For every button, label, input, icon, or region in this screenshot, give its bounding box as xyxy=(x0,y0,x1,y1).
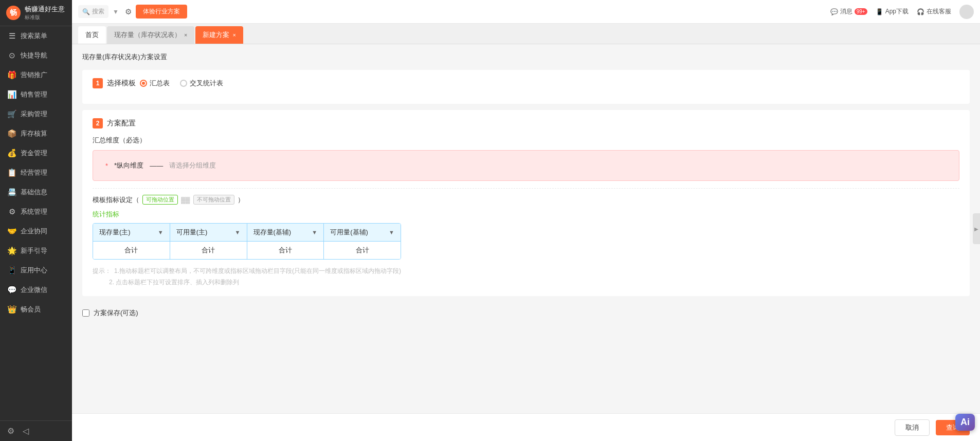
stats-col-1[interactable]: 可用量(主) ▼ xyxy=(170,224,247,241)
messages-item[interactable]: 💬 消息 99+ xyxy=(830,7,867,16)
sidebar-label-cooperation: 企业协同 xyxy=(21,227,47,236)
finance-icon: 💰 xyxy=(7,149,16,158)
stats-table-row: 合计 合计 合计 合计 xyxy=(93,241,401,259)
stats-col-1-label: 可用量(主) xyxy=(176,228,208,237)
col-chevron-2[interactable]: ▼ xyxy=(312,229,317,235)
col-chevron-1[interactable]: ▼ xyxy=(235,229,241,235)
sidebar-item-basic-info[interactable]: 📇 基础信息 xyxy=(0,182,72,202)
quick-nav-icon: ⊙ xyxy=(7,51,16,60)
ai-badge[interactable]: Ai xyxy=(955,414,975,431)
cancel-button[interactable]: 取消 xyxy=(895,419,930,436)
save-label: 方案保存(可选) xyxy=(94,308,138,318)
search-box[interactable]: 🔍 搜索 xyxy=(78,5,108,18)
sidebar-item-marketing[interactable]: 🎁 营销推广 xyxy=(0,65,72,85)
tab-new-plan[interactable]: 新建方案 × xyxy=(195,26,243,44)
sidebar-label-finance: 资金管理 xyxy=(21,149,47,158)
tip-item-0: 1.拖动标题栏可以调整布局，不可跨维度或指标区域拖动栏目字段(只能在同一维度或指… xyxy=(114,266,401,277)
basic-info-icon: 📇 xyxy=(7,188,16,197)
sidebar-item-quick-nav[interactable]: ⊙ 快捷导航 xyxy=(0,46,72,65)
sidebar-item-wechat[interactable]: 💬 企业微信 xyxy=(0,280,72,300)
purchase-icon: 🛒 xyxy=(7,109,16,119)
save-checkbox[interactable] xyxy=(82,309,89,317)
sidebar-label-wechat: 企业微信 xyxy=(21,285,47,295)
radio-summary-circle xyxy=(140,80,147,87)
sidebar-item-finance[interactable]: 💰 资金管理 xyxy=(0,143,72,163)
footer-bar: 取消 查询 xyxy=(72,413,980,441)
sidebar-label-quick-nav: 快捷导航 xyxy=(21,51,47,60)
tab-inventory-label: 现存量（库存状况表） xyxy=(114,30,181,40)
tab-new-plan-close-icon[interactable]: × xyxy=(232,32,235,38)
radio-cross-circle xyxy=(180,80,187,87)
divider1 xyxy=(93,188,959,189)
message-icon: 💬 xyxy=(830,8,838,15)
col-chevron-0[interactable]: ▼ xyxy=(158,229,164,235)
dimension-box[interactable]: * *纵向维度 —— 请选择分组维度 xyxy=(93,150,959,181)
dimension-dash: —— xyxy=(150,162,163,170)
system-icon: ⚙ xyxy=(7,207,16,216)
template-radio-group: 汇总表 交叉统计表 xyxy=(140,79,223,88)
tab-bar: 首页 现存量（库存状况表） × 新建方案 × xyxy=(72,24,980,44)
sidebar-item-search[interactable]: ☰ 搜索菜单 xyxy=(0,26,72,46)
tab-inventory-status[interactable]: 现存量（库存状况表） × xyxy=(107,26,194,44)
col-chevron-3[interactable]: ▼ xyxy=(389,229,394,235)
settings-icon[interactable]: ⚙ xyxy=(7,426,14,436)
topbar-right: 💬 消息 99+ 📱 App下载 🎧 在线客服 xyxy=(830,5,974,19)
indicator-label-suffix: ） xyxy=(238,195,244,205)
trial-button[interactable]: 体验行业方案 xyxy=(136,5,187,19)
tab-inventory-close-icon[interactable]: × xyxy=(184,32,187,38)
stats-col-3-label: 可用量(基辅) xyxy=(330,228,368,237)
messages-label: 消息 xyxy=(840,7,852,16)
sidebar-item-apps[interactable]: 📱 应用中心 xyxy=(0,261,72,280)
indicator-settings-label: 模板指标设定（ 可拖动位置 ▓▓ 不可拖动位置 ） xyxy=(93,195,959,205)
stats-col-0[interactable]: 现存量(主) ▼ xyxy=(93,224,170,241)
stats-col-0-label: 现存量(主) xyxy=(99,228,131,237)
sidebar-item-sales[interactable]: 📊 销售管理 xyxy=(0,85,72,104)
sidebar-item-operations[interactable]: 📋 经营管理 xyxy=(0,163,72,182)
stats-col-2[interactable]: 现存量(基辅) ▼ xyxy=(247,224,324,241)
sidebar-item-member[interactable]: 👑 畅会员 xyxy=(0,300,72,319)
gear-icon[interactable]: ⚙ xyxy=(125,7,132,16)
stats-cell-1: 合计 xyxy=(170,242,247,259)
right-edge-toggle[interactable]: ▶ xyxy=(973,213,980,244)
app-download-item[interactable]: 📱 App下载 xyxy=(876,7,909,16)
statistics-table: 现存量(主) ▼ 可用量(主) ▼ 现存量(基辅) ▼ xyxy=(93,223,401,260)
online-service-item[interactable]: 🎧 在线客服 xyxy=(917,7,951,16)
search-chevron-icon[interactable]: ▼ xyxy=(113,8,119,15)
sidebar-label-search: 搜索菜单 xyxy=(21,31,47,41)
stats-cell-0: 合计 xyxy=(93,242,170,259)
radio-cross[interactable]: 交叉统计表 xyxy=(180,79,223,88)
cooperation-icon: 🤝 xyxy=(7,227,16,236)
sidebar-item-purchase[interactable]: 🛒 采购管理 xyxy=(0,104,72,124)
headset-icon: 🎧 xyxy=(917,8,924,15)
step2-section: 2 方案配置 汇总维度（必选） * *纵向维度 —— 请选择分组维度 模板指标设… xyxy=(82,110,970,296)
radio-cross-label: 交叉统计表 xyxy=(190,79,223,88)
search-text: 搜索 xyxy=(92,7,104,16)
step2-badge: 2 xyxy=(93,118,103,128)
dimension-required-mark: * xyxy=(105,162,108,170)
sidebar-item-guide[interactable]: 🌟 新手引导 xyxy=(0,241,72,261)
sidebar-label-purchase: 采购管理 xyxy=(21,109,47,119)
search-icon: 🔍 xyxy=(82,8,90,15)
step2-header: 2 方案配置 xyxy=(93,118,959,128)
sidebar-label-guide: 新手引导 xyxy=(21,246,47,255)
app-logo: 畅 畅赚通好生意 标准版 xyxy=(0,0,72,26)
app-version: 标准版 xyxy=(25,14,65,21)
inventory-icon: 📦 xyxy=(7,129,16,138)
sidebar-bottom: ⚙ ◁ xyxy=(0,420,72,441)
step2-title: 方案配置 xyxy=(107,119,136,128)
user-avatar[interactable] xyxy=(959,5,974,19)
sidebar-item-inventory[interactable]: 📦 库存核算 xyxy=(0,124,72,143)
summary-dimension-label: 汇总维度（必选） xyxy=(93,136,959,145)
tab-home[interactable]: 首页 xyxy=(78,26,106,44)
content-area: 现存量(库存状况表)方案设置 1 选择模板 汇总表 交叉统计表 xyxy=(72,44,980,413)
stats-cell-2: 合计 xyxy=(247,242,324,259)
sidebar-item-system[interactable]: ⚙ 系统管理 xyxy=(0,202,72,222)
step1-badge: 1 xyxy=(93,78,103,88)
stats-col-3[interactable]: 可用量(基辅) ▼ xyxy=(324,224,401,241)
sidebar-item-cooperation[interactable]: 🤝 企业协同 xyxy=(0,222,72,241)
member-icon: 👑 xyxy=(7,305,16,314)
tip-item-1: 2. 点击标题栏下拉可设置排序、插入列和删除列 xyxy=(109,277,239,288)
radio-summary[interactable]: 汇总表 xyxy=(140,79,170,88)
sound-icon[interactable]: ◁ xyxy=(23,426,29,436)
app-download-label: App下载 xyxy=(885,7,909,16)
